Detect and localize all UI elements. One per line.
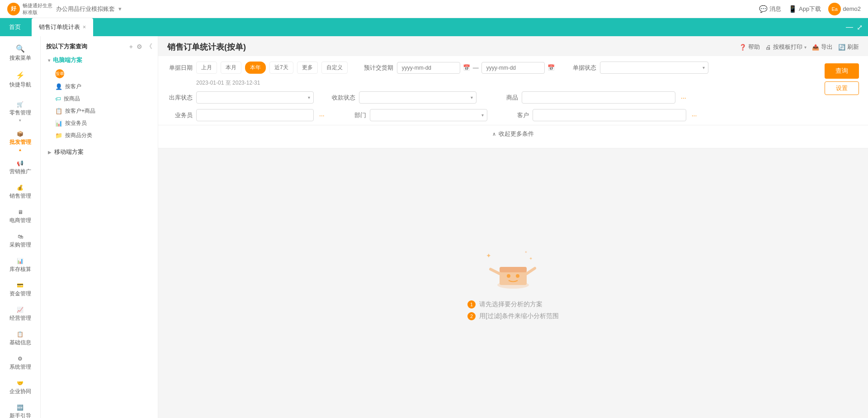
settings-button[interactable]: 设置 (825, 81, 859, 95)
sidebar-item-wholesale[interactable]: 📦 批发管理 ▴ (0, 127, 40, 156)
svg-line-6 (527, 268, 535, 274)
left-panel-header: 按以下方案查询 + ⚙ 《 (41, 40, 158, 53)
expected-date-label: 预计交货期 (364, 64, 393, 72)
sidebar-item-ops[interactable]: 📈 经营管理 (0, 302, 40, 327)
collapse-bar[interactable]: ∧ 收起更多条件 (167, 125, 859, 142)
sidebar-item-purchase[interactable]: 🛍 采购管理 (0, 229, 40, 253)
goods-more-btn[interactable]: ··· (681, 94, 686, 101)
bill-status-select[interactable] (600, 62, 708, 74)
sidebar-item-basic[interactable]: 📋 基础信息 (0, 327, 40, 351)
svg-text:✦: ✦ (529, 256, 533, 261)
inventory-icon: 📊 (17, 258, 24, 264)
this-month-btn[interactable]: 本月 (221, 62, 241, 74)
salesman-more-btn[interactable]: ··· (319, 112, 325, 119)
filter-area: 单据日期 上月 本月 本年 近7天 更多 自定义 (158, 56, 868, 148)
salesman-input[interactable] (196, 109, 314, 121)
department-select[interactable] (370, 109, 487, 121)
tab-home[interactable]: 首页 (0, 18, 30, 36)
customer-more-btn[interactable]: ··· (692, 112, 697, 119)
quick-nav-icon: ⚡ (16, 71, 25, 80)
dropdown-icon[interactable]: ▾ (118, 5, 122, 12)
by-goods-icon: 🏷 (55, 95, 61, 102)
ship-status-label: 出库状态 (167, 94, 193, 102)
ship-status-select[interactable] (196, 91, 314, 104)
app-download-btn[interactable]: 📱 App下载 (788, 5, 821, 13)
sidebar-item-marketing[interactable]: 📢 营销推广 (0, 156, 40, 180)
receive-status-select[interactable] (359, 91, 476, 104)
filter-date-item: 单据日期 上月 本月 本年 近7天 更多 自定义 (167, 62, 348, 74)
ecommerce-icon: 🖥 (18, 209, 23, 215)
settings-scheme-btn[interactable]: ⚙ (137, 43, 142, 50)
sidebar-quick-nav[interactable]: ⚡ 快捷导航 (0, 66, 40, 93)
svg-text:✦: ✦ (524, 250, 528, 254)
sidebar-item-inventory[interactable]: 📊 库存核算 (0, 253, 40, 278)
sidebar-item-ecommerce[interactable]: 🖥 电商管理 (0, 204, 40, 229)
add-scheme-btn[interactable]: + (129, 43, 133, 50)
finance-icon: 💳 (17, 282, 24, 289)
tab-active[interactable]: 销售订单统计表 × (32, 18, 93, 36)
filter-department: 部门 ▾ (341, 109, 487, 121)
help-btn[interactable]: ❓ 帮助 (739, 43, 760, 51)
tree-item-by-goods[interactable]: 🏷 按商品 (41, 93, 158, 105)
refresh-btn[interactable]: 🔄 刷新 (838, 43, 859, 51)
sidebar-item-finance[interactable]: 💳 资金管理 (0, 278, 40, 302)
calendar-icon-2[interactable]: 📅 (547, 64, 555, 71)
query-button[interactable]: 查询 (825, 63, 859, 79)
filter-expected-date: 预计交货期 📅 — 📅 (364, 62, 555, 74)
tree-section-mobile[interactable]: ▶ 移动端方案 (41, 145, 158, 159)
filter-salesman: 业务员 ··· (167, 109, 325, 121)
sidebar-search[interactable]: 🔍 搜索菜单 (0, 40, 40, 66)
message-btn[interactable]: 💬 消息 (759, 5, 781, 13)
tab-maximize-btn[interactable]: ⤢ (857, 23, 863, 32)
sidebar-item-retail[interactable]: 🛒 零售管理 ▾ (0, 97, 40, 127)
main-layout: 🔍 搜索菜单 ⚡ 快捷导航 🛒 零售管理 ▾ 📦 批发管理 ▴ 📢 营销推广 💰… (0, 36, 868, 418)
by-category-icon: 📁 (55, 132, 62, 139)
by-customer-icon: 👤 (55, 83, 62, 90)
sidebar-item-system[interactable]: ⚙ 系统管理 (0, 351, 40, 375)
more-btn[interactable]: 更多 (297, 62, 318, 74)
tree-item-by-customer-goods[interactable]: 📋 按客户+商品 (41, 105, 158, 117)
prev-month-btn[interactable]: 上月 (196, 62, 217, 74)
collapse-label: 收起更多条件 (499, 130, 534, 138)
collapse-panel-btn[interactable]: 《 (146, 43, 152, 51)
sidebar-item-sales[interactable]: 💰 销售管理 (0, 180, 40, 204)
tree-item-by-salesman[interactable]: 📊 按业务员 (41, 117, 158, 129)
calendar-icon-1[interactable]: 📅 (463, 64, 470, 71)
tree-section-desktop[interactable]: ▾ 电脑端方案 (41, 53, 158, 67)
filter-row-3: 业务员 ··· 部门 (167, 109, 814, 121)
left-panel-actions: + ⚙ 《 (129, 43, 152, 51)
hint-num-1: 1 (467, 300, 476, 309)
print-template-btn[interactable]: 🖨 按模板打印 ▾ (765, 43, 807, 51)
tree-item-by-customer[interactable]: 👤 按客户 (41, 81, 158, 93)
this-year-btn[interactable]: 本年 (245, 62, 266, 74)
custom-btn[interactable]: 自定义 (321, 62, 348, 74)
page-title: 销售订单统计表(按单) (167, 42, 246, 52)
tab-minimize-btn[interactable]: — (846, 23, 853, 31)
svg-point-3 (507, 274, 510, 278)
expected-date-from[interactable] (397, 62, 460, 74)
filter-row-2: 出库状态 ▾ 收款状态 (167, 91, 814, 104)
by-salesman-icon: 📊 (55, 120, 62, 127)
empty-svg: ✦ ✦ ✦ (486, 247, 540, 292)
sales-icon: 💰 (17, 185, 24, 191)
user-area[interactable]: Ea demo2 (828, 3, 861, 15)
page-header: 销售订单统计表(按单) ❓ 帮助 🖨 按模板打印 ▾ 📤 (158, 36, 868, 56)
tree-item-by-order[interactable]: 按单 按单 (41, 67, 158, 81)
sidebar-item-newbie[interactable]: 🆕 新手引导 (0, 400, 40, 418)
by-order-icon: 按单 (55, 69, 64, 78)
filter-row-1: 单据日期 上月 本月 本年 近7天 更多 自定义 (167, 62, 814, 74)
sidebar-item-enterprise[interactable]: 🤝 企业协同 (0, 375, 40, 400)
expected-date-to[interactable] (481, 62, 545, 74)
date-input-group: 📅 — 📅 (397, 62, 555, 74)
hint-num-2: 2 (467, 312, 476, 320)
tab-close-icon[interactable]: × (83, 24, 86, 30)
seven-days-btn[interactable]: 近7天 (269, 62, 293, 74)
print-icon: 🖨 (765, 44, 771, 51)
logo-text: 畅捷通好生意 标准版 (23, 2, 52, 15)
export-btn[interactable]: 📤 导出 (812, 43, 833, 51)
search-icon: 🔍 (16, 44, 25, 53)
goods-input[interactable] (522, 91, 675, 104)
customer-input[interactable] (533, 109, 686, 121)
salesman-label: 业务员 (167, 111, 193, 119)
tree-item-by-category[interactable]: 📁 按商品分类 (41, 129, 158, 142)
